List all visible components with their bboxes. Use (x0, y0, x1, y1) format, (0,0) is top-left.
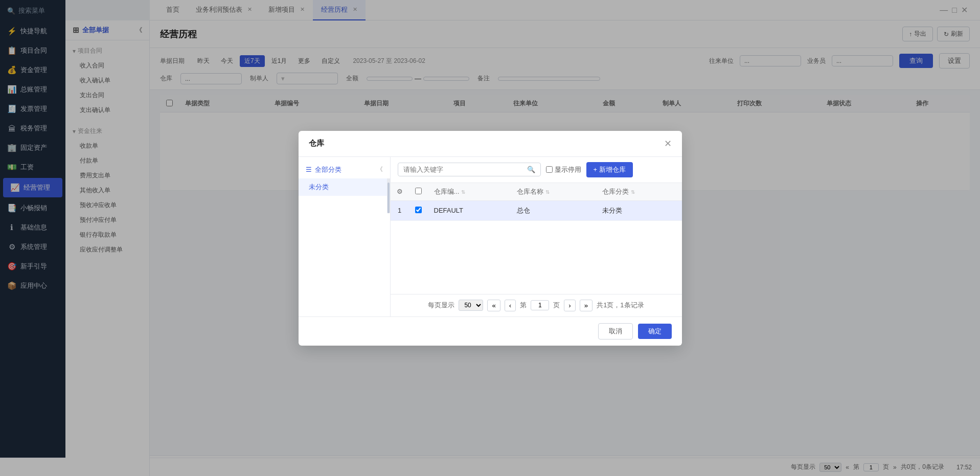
sort-icon-name: ⇅ (545, 189, 550, 195)
modal-footer-actions: 取消 确定 (299, 316, 682, 346)
modal-prev-btn[interactable]: ‹ (505, 300, 516, 311)
modal-header: 仓库 ✕ (299, 131, 682, 157)
sort-icon-category: ⇅ (631, 189, 635, 195)
col-code-label: 仓库编... (434, 188, 460, 195)
left-categories-list: 未分类 (299, 178, 387, 213)
modal-per-page-label: 每页显示 (428, 301, 454, 310)
modal-search-input[interactable] (403, 166, 524, 173)
row-num: 1 (391, 200, 409, 220)
modal-close-button[interactable]: ✕ (664, 138, 672, 149)
warehouse-table: ⚙ 仓库编... ⇅ 仓库名称 (391, 183, 682, 221)
left-item-unclassified[interactable]: 未分类 (299, 178, 387, 196)
left-scrollbar[interactable] (387, 178, 390, 213)
show-disabled-checkbox[interactable] (546, 166, 553, 173)
col-settings-icon[interactable]: ⚙ (391, 183, 409, 201)
col-name-label: 仓库名称 (517, 188, 543, 195)
confirm-button[interactable]: 确定 (638, 324, 672, 339)
col-warehouse-code[interactable]: 仓库编... ⇅ (428, 183, 511, 201)
modal-last-btn[interactable]: » (580, 300, 592, 311)
modal-search-icon: 🔍 (527, 166, 535, 173)
modal-pagination: 每页显示 50 20 « ‹ 第 页 › » 共1页，1条记录 (391, 294, 682, 316)
warehouse-select-all[interactable] (415, 188, 422, 194)
warehouse-table-header: ⚙ 仓库编... ⇅ 仓库名称 (391, 183, 682, 201)
warehouse-modal: 仓库 ✕ ☰ 全部分类 《 未分类 (299, 131, 682, 346)
modal-per-page-select[interactable]: 50 20 (459, 300, 483, 311)
left-collapse-icon[interactable]: 《 (377, 165, 383, 174)
col-warehouse-name[interactable]: 仓库名称 ⇅ (511, 183, 596, 201)
sort-icon-code: ⇅ (461, 189, 465, 195)
all-categories-label: 全部分类 (315, 165, 341, 174)
modal-first-btn[interactable]: « (487, 300, 500, 311)
modal-overlay: 仓库 ✕ ☰ 全部分类 《 未分类 (0, 0, 980, 476)
row-checkbox-cell[interactable] (409, 200, 428, 220)
row-category: 未分类 (596, 200, 681, 220)
col-select (409, 183, 428, 201)
modal-next-btn[interactable]: › (564, 300, 575, 311)
modal-page-input[interactable] (531, 300, 549, 310)
modal-table-wrapper: ⚙ 仓库编... ⇅ 仓库名称 (391, 183, 682, 294)
hash-icon: ☰ (306, 166, 312, 173)
warehouse-row-1[interactable]: 1 DEFAULT 总仓 未分类 (391, 200, 682, 220)
modal-right-panel: 🔍 显示停用 + 新增仓库 ⚙ (391, 157, 682, 316)
col-category-label: 仓库分类 (602, 188, 629, 195)
add-warehouse-button[interactable]: + 新增仓库 (586, 162, 633, 177)
row-name: 总仓 (511, 200, 596, 220)
modal-page-suffix: 页 (553, 301, 560, 310)
left-content: 未分类 (299, 178, 390, 213)
modal-body: ☰ 全部分类 《 未分类 (299, 157, 682, 316)
modal-left-panel: ☰ 全部分类 《 未分类 (299, 157, 391, 316)
modal-title: 仓库 (309, 139, 324, 148)
modal-left-all[interactable]: ☰ 全部分类 《 (299, 161, 390, 178)
modal-toolbar: 🔍 显示停用 + 新增仓库 (391, 157, 682, 183)
modal-search-box[interactable]: 🔍 (398, 163, 541, 176)
cancel-button[interactable]: 取消 (598, 323, 633, 339)
settings-icon: ⚙ (397, 188, 403, 195)
row-code: DEFAULT (428, 200, 511, 220)
modal-total: 共1页，1条记录 (597, 301, 644, 310)
col-warehouse-category[interactable]: 仓库分类 ⇅ (596, 183, 681, 201)
show-disabled-label[interactable]: 显示停用 (546, 165, 581, 174)
row-1-checkbox[interactable] (415, 207, 422, 213)
modal-page-label: 第 (520, 301, 527, 310)
scroll-thumb (388, 183, 390, 213)
